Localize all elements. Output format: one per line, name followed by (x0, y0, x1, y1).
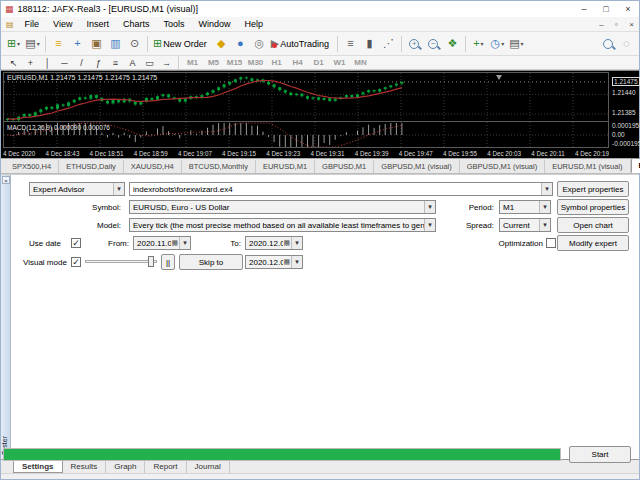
trendline-tool[interactable]: / (73, 58, 90, 68)
slider-thumb[interactable] (148, 256, 154, 267)
label-tool[interactable]: ▭ (141, 58, 158, 68)
chart-plot[interactable] (3, 72, 609, 150)
minimize-button[interactable]: – (573, 1, 595, 17)
skip-to-button[interactable]: Skip to (179, 254, 243, 270)
bar-chart-button[interactable]: ≡ (341, 34, 360, 53)
market-watch-button[interactable]: ≡ (49, 34, 68, 53)
chart-tab[interactable]: SPX500,H4 (5, 160, 59, 173)
help-chat-button[interactable]: ◌ (617, 34, 636, 53)
from-date-input[interactable]: 2020.11.02 ▦ ▾ (133, 236, 191, 250)
menu-insert[interactable]: Insert (79, 19, 116, 29)
time-label: 4 Dec 19:47 (399, 150, 433, 159)
mdi-close-button[interactable]: × (624, 20, 639, 29)
vertical-line-tool[interactable]: │ (39, 58, 56, 68)
tester-close-icon[interactable]: × (2, 176, 10, 184)
maximize-button[interactable]: □ (595, 1, 617, 17)
symbol-select[interactable]: EURUSD, Euro - US Dollar ▾ (129, 200, 436, 214)
expert-properties-button[interactable]: Expert properties (557, 181, 629, 197)
price-scale: 1.21475 1.21440 1.21385 0.000195 0.00 -0… (610, 72, 640, 150)
menu-view[interactable]: View (46, 19, 79, 29)
visual-speed-slider[interactable] (85, 255, 157, 267)
metaeditor-button[interactable]: ◆ (212, 34, 231, 53)
chart-area[interactable]: EURUSD,M1 1.21475 1.21475 1.21475 1.2147… (1, 70, 639, 158)
fibonacci-tool[interactable]: ƒ (90, 58, 107, 68)
timeframe-mn[interactable]: MN (350, 58, 371, 67)
menu-charts[interactable]: Charts (116, 19, 157, 29)
navigator-button[interactable]: ▣ (87, 34, 106, 53)
indicators-button[interactable]: +▾ (469, 34, 488, 53)
tab-report[interactable]: Report (145, 460, 186, 473)
search-button[interactable] (598, 34, 617, 53)
to-date-input[interactable]: 2020.12.05 ▦ ▾ (245, 236, 303, 250)
crosshair-tool[interactable]: + (22, 58, 39, 68)
symbol-properties-button[interactable]: Symbol properties (557, 199, 629, 215)
chart-tab[interactable]: EURUSD,M1 (visual) (545, 160, 630, 173)
ea-type-select[interactable]: Expert Advisor ▾ (29, 182, 125, 196)
timeframe-m30[interactable]: M30 (245, 58, 266, 67)
strategy-tester-button[interactable]: ⊙ (125, 34, 144, 53)
periods-button[interactable]: ◷▾ (488, 34, 507, 53)
period-select[interactable]: M1 ▾ (499, 200, 551, 214)
candlestick-button[interactable]: ▮ (360, 34, 379, 53)
new-order-button[interactable]: ⊞New Order (151, 34, 212, 53)
timeframe-m15[interactable]: M15 (224, 58, 245, 67)
modify-expert-button[interactable]: Modify expert (557, 235, 629, 251)
arrows-tool[interactable]: → (158, 58, 175, 68)
strategy-tester-icon: ⊙ (130, 38, 139, 49)
pause-button[interactable]: || (161, 254, 175, 270)
cursor-tool[interactable]: ↖ (5, 58, 22, 68)
ea-path-select[interactable]: indexrobots\forexwizard.ex4 ▾ (129, 182, 553, 196)
channel-tool[interactable]: ≡ (107, 58, 124, 68)
menu-window[interactable]: Window (191, 19, 237, 29)
chart-tab[interactable]: BTCUSD,Monthly (182, 160, 256, 173)
timeframe-m1[interactable]: M1 (182, 58, 203, 67)
templates-button[interactable]: ▤▾ (507, 34, 526, 53)
profiles-button[interactable]: ▤▾ (23, 34, 42, 53)
zoom-in-button[interactable]: + (405, 34, 424, 53)
use-date-checkbox[interactable]: ✓ (71, 238, 81, 248)
chart-tab[interactable]: ETHUSD,Daily (59, 160, 124, 173)
line-chart-button[interactable]: ⋰ (379, 34, 398, 53)
model-select[interactable]: Every tick (the most precise method base… (129, 218, 436, 232)
menu-tools[interactable]: Tools (156, 19, 191, 29)
tab-results[interactable]: Results (63, 460, 107, 473)
timeframe-h4[interactable]: H4 (287, 58, 308, 67)
tile-windows-button[interactable]: ❖ (443, 34, 462, 53)
tab-graph[interactable]: Graph (106, 460, 145, 473)
tab-settings[interactable]: Settings (13, 459, 63, 473)
spread-select[interactable]: Current ▾ (499, 218, 551, 232)
horizontal-line-tool[interactable]: ─ (56, 58, 73, 68)
autotrading-button[interactable]: ▶AutoTrading (269, 34, 334, 53)
from-label: From: (101, 239, 129, 248)
start-button[interactable]: Start (569, 446, 631, 463)
chart-tab[interactable]: GBPUSD,M1 (315, 160, 374, 173)
optimization-checkbox[interactable] (546, 238, 556, 248)
chart-tab[interactable]: GBPUSD,M1 (visual) (374, 160, 459, 173)
tab-journal[interactable]: Journal (187, 460, 230, 473)
terminal-button[interactable]: ▥ (106, 34, 125, 53)
chevron-down-icon: ▾ (541, 183, 552, 195)
menu-help[interactable]: Help (238, 19, 271, 29)
chart-tab-active[interactable]: EURUSD,M1 (visual) (631, 158, 640, 173)
market-button[interactable]: ◎ (250, 34, 269, 53)
mdi-minimize-button[interactable]: – (594, 20, 609, 29)
timeframe-m5[interactable]: M5 (203, 58, 224, 67)
close-button[interactable]: × (617, 1, 639, 17)
chart-tab[interactable]: EURUSD,M1 (256, 160, 315, 173)
new-chart-button[interactable]: ⊞▾ (4, 34, 23, 53)
community-button[interactable]: ● (231, 34, 250, 53)
timeframe-h1[interactable]: H1 (266, 58, 287, 67)
mdi-restore-button[interactable]: ▫ (609, 20, 624, 29)
text-tool[interactable]: A (124, 58, 141, 68)
data-window-button[interactable]: + (68, 34, 87, 53)
chart-tab[interactable]: XAUUSD,H4 (124, 160, 182, 173)
visual-mode-checkbox[interactable]: ✓ (71, 257, 81, 267)
menu-file[interactable]: File (18, 19, 47, 29)
timeframe-d1[interactable]: D1 (308, 58, 329, 67)
timeframe-w1[interactable]: W1 (329, 58, 350, 67)
open-chart-button[interactable]: Open chart (557, 217, 629, 233)
skip-to-date-input[interactable]: 2020.12.04 ▦ ▾ (245, 255, 303, 269)
to-label: To: (216, 239, 241, 248)
chart-tab[interactable]: GBPUSD,M1 (visual) (460, 160, 545, 173)
zoom-out-button[interactable]: − (424, 34, 443, 53)
